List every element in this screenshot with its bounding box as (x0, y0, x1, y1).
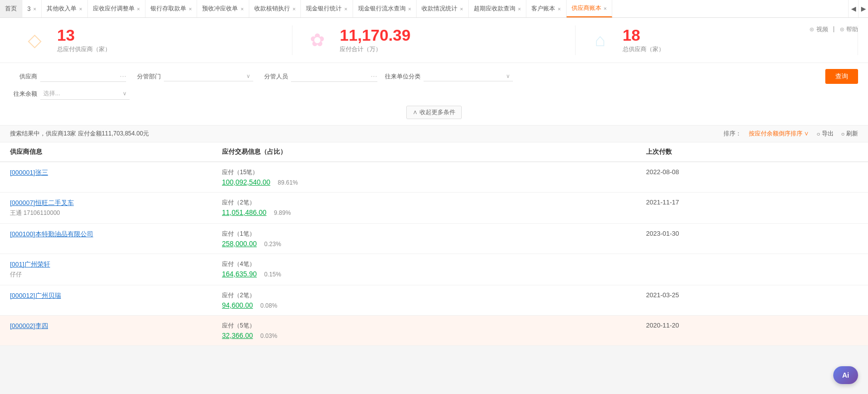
total-suppliers-icon: ⌂ (585, 25, 615, 55)
filter-department: 分管部门 ∨ (134, 71, 253, 81)
payable-label: 应付（1笔） (222, 230, 646, 238)
last-pay-cell: 2022-08-08 (646, 168, 858, 176)
collapse-button[interactable]: ∧ 收起更多条件 (406, 106, 461, 119)
close-icon[interactable]: × (33, 6, 36, 12)
supplier-input-wrap[interactable]: ··· (40, 71, 126, 82)
top-navigation: 首页 3 × 其他收入单 × 应收应付调整单 × 银行存取款单 × 预收冲应收单… (0, 0, 868, 18)
payable-total-icon: ✿ (302, 25, 332, 55)
payable-cell: 应付（2笔）94,600.000.08% (222, 291, 646, 309)
nav-cash-stats[interactable]: 现金银行统计 × (301, 0, 353, 17)
col-header-supplier: 供应商信息 (10, 147, 222, 156)
payable-suppliers-number: 13 (57, 27, 111, 43)
close-icon[interactable]: × (292, 6, 295, 12)
payable-percent: 0.08% (260, 302, 277, 309)
nav-other-income[interactable]: 其他收入单 × (42, 0, 87, 17)
filter-person: 分管人员 ··· (261, 71, 377, 82)
payable-amount[interactable]: 100,092,540.00 (222, 178, 270, 186)
supplier-dots-icon: ··· (120, 72, 126, 81)
total-suppliers-number: 18 (623, 27, 664, 43)
supplier-cell: [000012]广州贝瑞 (10, 291, 222, 300)
last-pay-cell: 2021-03-25 (646, 291, 858, 299)
department-select[interactable]: ∨ (164, 71, 253, 81)
close-icon[interactable]: × (604, 5, 607, 11)
nav-scroll-arrows: ◀ ▶ (848, 0, 868, 18)
search-button[interactable]: 查询 (825, 69, 858, 84)
payable-label: 应付（5笔） (222, 322, 646, 330)
nav-collection[interactable]: 收款核销执行 × (249, 0, 301, 17)
supplier-table: 供应商信息 应付交易信息（占比） 上次付数 [000001]张三应付（15笔）1… (0, 142, 868, 346)
close-icon[interactable]: × (344, 6, 347, 12)
table-row[interactable]: [000012]广州贝瑞应付（2笔）94,600.000.08%2021-03-… (0, 285, 868, 316)
payable-percent: 0.03% (260, 332, 277, 339)
nav-cash-flow[interactable]: 现金银行流水查询 × (353, 0, 417, 17)
payable-amount[interactable]: 11,051,486.00 (222, 208, 267, 216)
supplier-link[interactable]: [001]广州荣轩 (10, 261, 50, 268)
table-row[interactable]: [000007]恒旺二手叉车王通 17106110000应付（2笔）11,051… (0, 193, 868, 224)
nav-supplier-ledger[interactable]: 供应商账本 × (567, 0, 612, 17)
balance-value: 选择... (43, 89, 60, 98)
table-row[interactable]: [000100]本特勤油品有限公司应付（1笔）258,000.000.23%20… (0, 224, 868, 254)
nav-home[interactable]: 首页 (0, 0, 22, 17)
table-row[interactable]: [000001]张三应付（15笔）100,092,540.0089.61%202… (0, 162, 868, 193)
table-row[interactable]: [001]广州荣轩仔仔应付（4笔）164,635.900.15% (0, 254, 868, 285)
last-pay-cell: 2023-01-30 (646, 230, 858, 237)
filter-category: 往来单位分类 ∨ (385, 71, 513, 81)
supplier-input[interactable] (40, 71, 119, 81)
balance-filter-label: 往来余额 (10, 90, 37, 98)
nav-customer-ledger[interactable]: 客户账本 × (526, 0, 566, 17)
supplier-link[interactable]: [000001]张三 (10, 169, 48, 176)
person-input[interactable] (291, 71, 369, 81)
nav-item-3[interactable]: 3 × (22, 0, 42, 17)
sort-select[interactable]: 按应付余额倒序排序 ∨ (749, 130, 809, 138)
payable-amount[interactable]: 94,600.00 (222, 301, 253, 309)
supplier-cell: [000007]恒旺二手叉车王通 17106110000 (10, 198, 222, 217)
close-icon[interactable]: × (408, 6, 411, 12)
close-icon[interactable]: × (558, 6, 561, 12)
category-select[interactable]: ∨ (424, 71, 513, 81)
close-icon[interactable]: × (518, 6, 521, 12)
payable-amount[interactable]: 258,000.00 (222, 240, 257, 248)
close-icon[interactable]: × (79, 6, 82, 12)
refresh-icon: ○ (841, 131, 845, 137)
summary-payable-total: ✿ 11,170.39 应付合计（万） (292, 25, 575, 55)
supplier-sub: 仔仔 (10, 270, 222, 279)
supplier-link[interactable]: [000007]恒旺二手叉车 (10, 199, 74, 206)
close-icon[interactable]: × (189, 6, 192, 12)
summary-payable-suppliers: ◇ 13 总应付供应商（家） (10, 25, 292, 55)
department-chevron-icon: ∨ (246, 73, 250, 79)
supplier-link[interactable]: [000002]李四 (10, 322, 48, 329)
col-header-last-pay: 上次付数 (646, 147, 858, 156)
filter-bar: 供应商 ··· 分管部门 ∨ 分管人员 ··· 往来单位分类 ∨ (0, 63, 868, 126)
payable-amount[interactable]: 164,635.90 (222, 270, 257, 278)
nav-bank-deposit[interactable]: 银行存取款单 × (145, 0, 197, 17)
last-pay-cell: 2021-11-17 (646, 198, 858, 206)
table-row[interactable]: [000002]李四应付（5笔）32,366.000.03%2020-11-20 (0, 316, 868, 346)
nav-right-arrow[interactable]: ▶ (858, 0, 868, 18)
payable-cell: 应付（2笔）11,051,486.009.89% (222, 198, 646, 216)
close-icon[interactable]: × (137, 6, 140, 12)
nav-overdue[interactable]: 超期应收款查询 × (469, 0, 526, 17)
video-link[interactable]: ⊙ 视频 (809, 25, 828, 34)
payable-cell: 应付（1笔）258,000.000.23% (222, 230, 646, 248)
export-button[interactable]: ○ 导出 (817, 130, 834, 138)
balance-select[interactable]: 选择... ∨ (40, 88, 130, 100)
person-input-wrap[interactable]: ··· (291, 71, 377, 82)
last-pay-cell: 2020-11-20 (646, 322, 858, 329)
result-actions: 排序： 按应付余额倒序排序 ∨ ○ 导出 ○ 刷新 (723, 130, 858, 138)
col-header-payable: 应付交易信息（占比） (222, 147, 646, 156)
help-link[interactable]: ⊙ 帮助 (840, 25, 858, 34)
supplier-link[interactable]: [000100]本特勤油品有限公司 (10, 230, 93, 238)
supplier-sub: 王通 17106110000 (10, 209, 222, 217)
payable-suppliers-label: 总应付供应商（家） (57, 45, 111, 54)
nav-adjustment[interactable]: 应收应付调整单 × (88, 0, 145, 17)
nav-advance[interactable]: 预收冲应收单 × (197, 0, 249, 17)
payable-cell: 应付（5笔）32,366.000.03% (222, 322, 646, 339)
refresh-button[interactable]: ○ 刷新 (841, 130, 858, 138)
filter-balance: 往来余额 选择... ∨ (10, 88, 130, 100)
close-icon[interactable]: × (240, 6, 243, 12)
close-icon[interactable]: × (460, 6, 463, 12)
nav-collection-stats[interactable]: 收款情况统计 × (417, 0, 468, 17)
payable-amount[interactable]: 32,366.00 (222, 331, 253, 339)
supplier-link[interactable]: [000012]广州贝瑞 (10, 292, 61, 299)
nav-left-arrow[interactable]: ◀ (848, 0, 858, 18)
